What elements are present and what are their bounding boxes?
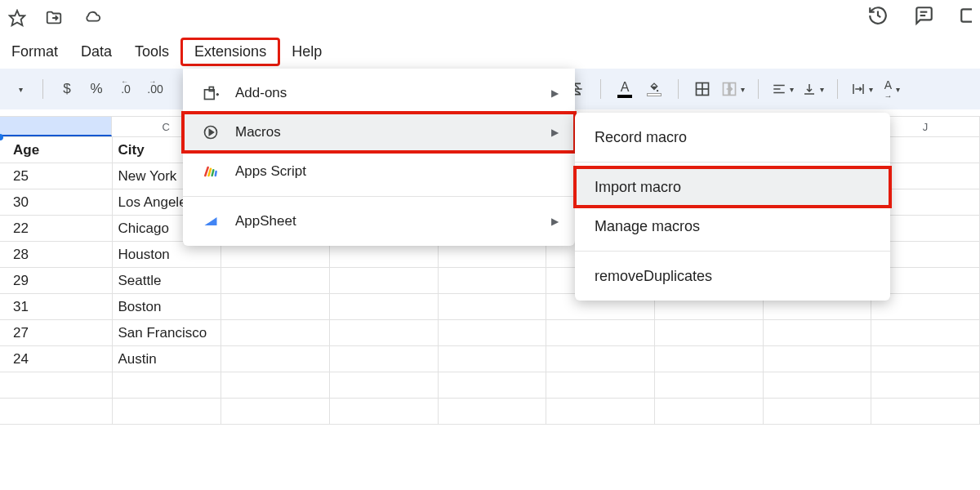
star-icon[interactable] bbox=[8, 9, 26, 27]
selection-dot bbox=[0, 134, 3, 140]
menu-item-record-macro[interactable]: Record macro bbox=[575, 118, 890, 157]
appsheet-icon bbox=[199, 213, 222, 229]
separator bbox=[837, 79, 838, 99]
cell[interactable]: 27 bbox=[0, 320, 113, 345]
table-row: 27 San Francisco bbox=[0, 320, 980, 346]
table-row bbox=[0, 372, 980, 399]
text-rotation-icon[interactable]: A→ bbox=[881, 77, 902, 101]
menu-item-addons[interactable]: Add-ons ▶ bbox=[183, 74, 575, 113]
svg-marker-19 bbox=[209, 130, 213, 136]
menubar: Format Data Tools Extensions Help bbox=[0, 36, 980, 67]
titlebar bbox=[0, 0, 980, 36]
text-color-icon[interactable]: A bbox=[614, 77, 635, 101]
move-folder-icon[interactable] bbox=[44, 9, 64, 27]
borders-icon[interactable] bbox=[692, 77, 713, 101]
apps-script-icon bbox=[199, 163, 222, 180]
cell[interactable]: 22 bbox=[0, 216, 113, 241]
cell[interactable]: Seattle bbox=[113, 268, 221, 293]
decrease-decimal-button[interactable]: .0← bbox=[115, 77, 136, 101]
separator bbox=[575, 251, 890, 252]
macros-icon bbox=[199, 124, 222, 140]
menu-item-import-macro[interactable]: Import macro bbox=[575, 167, 890, 207]
more-toolbar-icon[interactable] bbox=[8, 77, 29, 101]
menu-tools[interactable]: Tools bbox=[123, 40, 180, 64]
menu-data[interactable]: Data bbox=[69, 40, 123, 64]
table-row bbox=[0, 399, 980, 425]
fill-color-icon[interactable] bbox=[644, 77, 665, 101]
merge-cells-icon[interactable] bbox=[721, 77, 745, 101]
currency-button[interactable]: $ bbox=[56, 77, 78, 101]
cell[interactable]: 29 bbox=[0, 268, 113, 293]
submenu-arrow-icon: ▶ bbox=[551, 216, 559, 227]
menu-help[interactable]: Help bbox=[280, 40, 333, 64]
separator bbox=[600, 79, 601, 99]
meet-icon[interactable] bbox=[959, 5, 972, 26]
addons-icon bbox=[199, 85, 222, 101]
menu-label: AppSheet bbox=[235, 213, 296, 229]
header-cell-age[interactable]: Age bbox=[0, 137, 113, 163]
separator bbox=[758, 79, 759, 99]
cloud-status-icon[interactable] bbox=[82, 9, 103, 27]
menu-label: Apps Script bbox=[235, 163, 306, 180]
comment-icon[interactable] bbox=[913, 5, 934, 26]
cell[interactable]: 24 bbox=[0, 346, 113, 372]
history-icon[interactable] bbox=[867, 5, 889, 26]
menu-label: Add-ons bbox=[235, 85, 287, 101]
separator bbox=[678, 79, 679, 99]
cell[interactable]: 30 bbox=[0, 189, 113, 215]
menu-item-manage-macros[interactable]: Manage macros bbox=[575, 207, 890, 246]
cell[interactable]: 28 bbox=[0, 242, 113, 267]
table-row: 24 Austin bbox=[0, 346, 980, 372]
cell[interactable]: 25 bbox=[0, 163, 113, 189]
submenu-arrow-icon: ▶ bbox=[551, 87, 559, 99]
menu-item-custom-macro[interactable]: removeDuplicates bbox=[575, 256, 890, 296]
separator bbox=[42, 79, 43, 99]
separator bbox=[575, 162, 890, 163]
separator bbox=[183, 196, 575, 197]
svg-marker-0 bbox=[10, 11, 24, 25]
extensions-dropdown: Add-ons ▶ Macros ▶ Apps Script AppSheet … bbox=[183, 69, 575, 246]
horizontal-align-icon[interactable] bbox=[772, 77, 794, 101]
menu-format[interactable]: Format bbox=[0, 40, 69, 64]
macros-submenu: Record macro Import macro Manage macros … bbox=[575, 113, 890, 301]
menu-label: Macros bbox=[235, 124, 281, 140]
cell[interactable]: Boston bbox=[113, 294, 221, 319]
vertical-align-icon[interactable] bbox=[802, 77, 824, 101]
increase-decimal-button[interactable]: .00→ bbox=[145, 77, 166, 101]
cell[interactable]: San Francisco bbox=[113, 320, 221, 345]
menu-extensions[interactable]: Extensions bbox=[180, 38, 280, 66]
menu-item-macros[interactable]: Macros ▶ bbox=[183, 113, 575, 152]
menu-item-apps-script[interactable]: Apps Script bbox=[183, 152, 575, 191]
submenu-arrow-icon: ▶ bbox=[551, 127, 559, 138]
text-wrap-icon[interactable] bbox=[851, 77, 873, 101]
col-header-b[interactable] bbox=[0, 117, 112, 136]
cell[interactable]: 31 bbox=[0, 294, 113, 319]
cell[interactable]: Austin bbox=[113, 346, 221, 372]
menu-item-appsheet[interactable]: AppSheet ▶ bbox=[183, 202, 575, 241]
percent-button[interactable]: % bbox=[86, 77, 107, 101]
